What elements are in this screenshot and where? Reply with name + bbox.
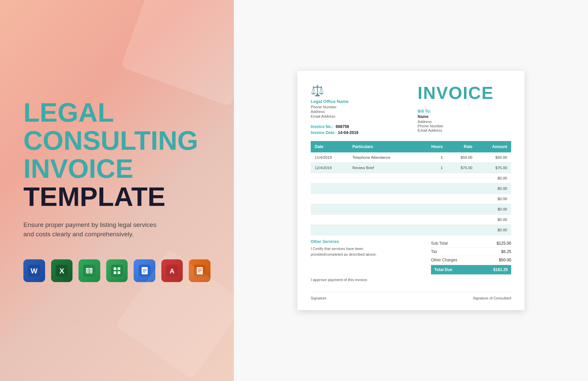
other-charges-row: Other Charges $50.00 [431,256,511,264]
cell-rate [447,194,476,204]
other-charges-label: Other Charges [431,258,457,262]
pages-icon[interactable] [189,259,210,282]
cell-rate [447,173,476,183]
col-hours: Hours [417,141,447,152]
company-info-col: ⚖️ Legal Office Name Phone Number Addres… [311,84,404,135]
approve-text: I approve payment of this invoice. [311,278,511,282]
cell-date [311,173,348,183]
table-row: $0.00 [311,204,511,215]
tax-row: Tax $6.25 [431,248,511,256]
cell-particulars [348,194,418,204]
table-row: 12/4/2019Review Brief1$75.00$75.00 [311,163,511,173]
other-services-text2: provided/completed as described above. [311,252,424,257]
col-particulars: Particulars [348,141,418,152]
cell-hours [417,215,447,225]
subtotal-label: Sub Total [431,241,448,246]
svg-text:A: A [170,267,174,275]
subtotal-value: $125.00 [497,241,511,246]
cell-rate [447,225,476,235]
cell-date [311,183,348,194]
cell-particulars: Telephone Attendance [348,152,418,163]
invoice-date-row: Invoice Date: 14-04-2019 [311,130,404,135]
bill-to-email: Email Address [418,128,511,132]
cell-date [311,215,348,225]
other-services-title: Other Services [311,239,424,244]
svg-text:W: W [31,267,38,275]
cell-particulars [348,215,418,225]
svg-rect-9 [111,265,123,277]
svg-rect-22 [197,267,203,274]
invoice-table: Date Particulars Hours Rate Amount 11/4/… [311,141,511,235]
left-panel: LEGAL CONSULTING INVOICE TEMPLATE Ensure… [0,0,234,381]
cell-hours [417,225,447,235]
docs-icon[interactable] [134,259,155,282]
company-email: Email Address [311,114,404,118]
cell-amount: $0.00 [476,215,511,225]
invoice-meta: Invoice No.: 698759 Invoice Date: 14-04-… [311,124,404,135]
bill-to-section: Bill To: Name Address Phone Number Email… [418,109,511,132]
bill-to-address: Address [418,120,511,124]
cell-hours: 1 [417,152,447,163]
other-services-block: Other Services I Certify that services h… [311,239,431,274]
totals-block: Sub Total $125.00 Tax $6.25 Other Charge… [431,239,511,274]
col-date: Date [311,141,348,152]
table-row: $0.00 [311,215,511,225]
app-icons-row: W X [23,259,210,282]
title-invoice: INVOICE [23,155,210,182]
word-icon[interactable]: W [23,259,45,282]
cell-particulars [348,225,418,235]
signature-block: Signature [311,296,326,300]
invoice-document: ⚖️ Legal Office Name Phone Number Addres… [297,71,525,310]
cell-date: 12/4/2019 [311,163,348,173]
cell-rate: $75.00 [447,163,476,173]
cell-rate [447,183,476,194]
total-due-label: Total Due [434,267,452,272]
company-name: Legal Office Name [311,99,404,104]
svg-rect-19 [166,265,178,277]
svg-rect-11 [118,267,120,270]
cell-hours [417,194,447,204]
total-due-value: $181.25 [493,267,508,272]
company-phone: Phone Number [311,105,404,109]
sheets-icon[interactable] [79,259,100,282]
cell-amount: $0.00 [476,225,511,235]
table-row: $0.00 [311,173,511,183]
cell-amount: $0.00 [476,173,511,183]
col-amount: Amount [476,141,511,152]
svg-rect-21 [194,265,206,277]
cell-amount: $0.00 [476,194,511,204]
table-row: 11/4/2019Telephone Attendance1$50.00$50.… [311,152,511,163]
cell-particulars: Review Brief [348,163,418,173]
cell-hours [417,204,447,215]
cell-particulars [348,173,418,183]
cell-amount: $0.00 [476,204,511,215]
cell-amount: $75.00 [476,163,511,173]
company-address: Address [311,110,404,114]
cell-particulars [348,204,418,215]
cell-hours [417,183,447,194]
numbers-icon[interactable] [106,259,128,282]
left-description: Ensure proper payment by listing legal s… [23,220,164,239]
cell-amount: $50.00 [476,152,511,163]
other-services-text1: I Certify that services have been [311,246,424,252]
title-legal: LEGAL [23,99,210,126]
excel-icon[interactable]: X [51,259,73,282]
cell-rate [447,215,476,225]
cell-particulars [348,183,418,194]
cell-amount: $0.00 [476,183,511,194]
cell-rate [447,204,476,215]
cell-date [311,194,348,204]
summary-area: Other Services I Certify that services h… [311,239,511,274]
cell-date: 11/4/2019 [311,152,348,163]
invoice-header-split: ⚖️ Legal Office Name Phone Number Addres… [311,84,511,135]
table-row: $0.00 [311,225,511,235]
invoice-title-text: INVOICE [418,84,511,102]
subtotal-row: Sub Total $125.00 [431,239,511,248]
cell-date [311,204,348,215]
svg-rect-10 [114,267,116,270]
title-template: TEMPLATE [23,183,210,210]
cell-date [311,225,348,235]
table-header-row: Date Particulars Hours Rate Amount [311,141,511,152]
title-consulting: CONSULTING [23,127,210,154]
acrobat-icon[interactable]: A [161,259,183,282]
